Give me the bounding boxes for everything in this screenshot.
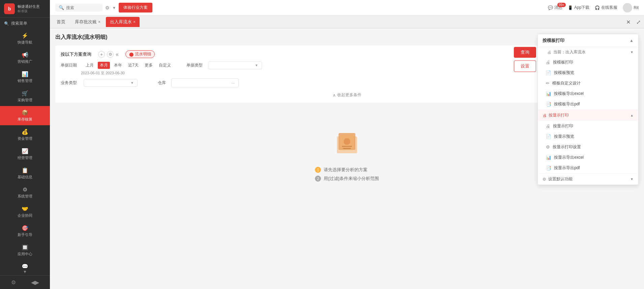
logo-text: 畅捷通好生意 [18,4,40,9]
sidebar-item-sales[interactable]: 📊 销售管理 [0,68,50,87]
template-design-item[interactable]: ✏ 模板自定义设计 [538,78,638,88]
dropdown-footer[interactable]: ⚙ 设置默认功能 ▼ [538,174,638,185]
tabbar: 首页 库存批次账 × 出入库流水 × ✕ ⤢ [50,16,644,28]
settings-btn[interactable]: 设置 [514,60,536,72]
message-icon: 💬 [548,5,553,10]
date-tab-this-month[interactable]: 本月 [98,62,110,69]
current-template-label: 当前：出入库流水 [553,49,586,55]
sidebar-item-system[interactable]: ⚙ 系统管理 [0,183,50,202]
message-group[interactable]: 💬 消息 99+ [548,5,562,10]
doc-type-dropdown[interactable]: ▼ [208,61,262,69]
collapse-sidebar-btn[interactable]: « [116,51,119,57]
sidebar-item-basic[interactable]: 📋 基础信息 [0,164,50,183]
warehouse-more-icon[interactable]: ··· [231,80,235,85]
settings-icon[interactable]: ⚙ [11,279,16,286]
sidebar-search[interactable]: 🔍 搜索菜单 [0,18,50,29]
marketing-icon: 📢 [22,52,28,58]
sidebar-item-purchase[interactable]: 🛒 采购管理 [0,87,50,106]
date-tab-last-month[interactable]: 上月 [84,62,96,69]
sidebar-item-operation[interactable]: 📈 经营管理 [0,144,50,164]
svg-rect-5 [343,148,351,149]
search-input[interactable] [66,5,100,10]
display-print-settings-item[interactable]: ⚙ 按显示打印设置 [538,142,638,152]
tag-icon: ⬤ [129,52,134,57]
date-tab-more[interactable]: 更多 [143,62,155,69]
date-tab-custom[interactable]: 自定义 [157,62,173,69]
tab-home[interactable]: 首页 [53,17,69,27]
apps-icon: 🔲 [22,244,28,251]
add-filter-btn[interactable]: + [98,51,105,58]
template-export-excel-item[interactable]: 📊 按模板导出excel [538,88,638,99]
empty-illustration [330,126,364,160]
sidebar-item-guide[interactable]: 🎯 新手引导 [0,221,50,241]
biz-type-dropdown[interactable]: ▼ [84,79,138,87]
display-excel-icon: 📊 [546,155,551,160]
sidebar-item-label: 快捷导航 [18,40,32,45]
sidebar-item-apps[interactable]: 🔲 应用中心 [0,241,50,260]
footer-settings-icon: ⚙ [543,177,546,182]
sidebar-item-enterprise[interactable]: 🤝 企业协同 [0,202,50,221]
display-print-item[interactable]: 🖨 按显示打印 [538,121,638,131]
tab-flow-close[interactable]: × [133,20,136,24]
svg-point-3 [344,138,350,145]
display-export-pdf-item[interactable]: 📑 按显示导出pdf [538,163,638,173]
gear-icon[interactable]: ⚙ [105,5,110,10]
sidebar-item-quick-nav[interactable]: ⚡ 快捷导航 [0,29,50,48]
sidebar-item-label: 销售管理 [18,78,32,83]
tab-batch-close[interactable]: × [98,20,100,24]
online-service-label: 在线客服 [601,5,617,10]
date-filter-label: 单据日期 [61,62,77,68]
inventory-icon: 📦 [22,109,28,116]
message-badge: 99+ [557,3,566,7]
sidebar: b 畅捷通好生意 标准版 🔍 搜索菜单 ⚡ 快捷导航 📢 营销推广 📊 销售管理… [0,0,50,289]
tab-batch[interactable]: 库存批次账 × [71,17,105,27]
topbar-search-box[interactable]: 🔍 [55,4,103,11]
display-section-chevron[interactable]: ▲ [630,113,634,117]
tab-flow[interactable]: 出入库流水 × [106,17,140,27]
date-tab-this-year[interactable]: 本年 [112,62,124,69]
online-service-group[interactable]: 🎧 在线客服 [595,5,617,10]
phone-icon: 📱 [568,5,573,10]
wechat-icon: 💬 [22,263,28,268]
topbar-dropdown-arrow[interactable]: ▼ [112,6,116,10]
collapse-more-btn[interactable]: ∧ 收起更多条件 [333,92,361,98]
date-tab-7days[interactable]: 近7天 [126,62,141,69]
app-download-group[interactable]: 📱 App下载 [568,5,589,10]
sidebar-item-label: 采购管理 [18,98,32,103]
headset-icon: 🎧 [595,5,600,10]
display-export-excel-item[interactable]: 📊 按显示导出excel [538,152,638,163]
sidebar-item-finance[interactable]: 💰 资金管理 [0,125,50,144]
biz-type-arrow-icon: ▼ [130,81,134,85]
warehouse-dropdown[interactable]: ··· [171,78,239,87]
printer-small-icon: 🖨 [547,50,551,55]
dropdown-header-chevron[interactable]: ▲ [630,38,634,43]
set-filter-btn[interactable]: ⚙ [107,51,114,58]
panel-expand-icon[interactable]: ⤢ [636,19,641,25]
industry-btn[interactable]: 体验行业方案 [119,3,152,12]
sidebar-item-wechat[interactable]: 💬 企业微信 [0,260,50,268]
display-section-header[interactable]: 🖨 按显示打印 ▲ [538,110,638,121]
template-print-item[interactable]: 🖨 按模板打印 [538,57,638,68]
scroll-indicator[interactable]: ▼ [0,268,50,275]
scroll-down-icon[interactable]: ▼ [23,269,27,274]
display-pdf-icon: 📑 [546,165,551,170]
system-icon: ⚙ [23,186,27,193]
display-section-label: 按显示打印 [549,112,569,118]
collapse-icon: ∧ [333,93,336,98]
user-group[interactable]: Rit [623,3,639,12]
display-settings-label: 按显示打印设置 [553,144,581,150]
display-section-icon: 🖨 [543,113,547,118]
display-section: 🖨 按显示打印 ▲ 🖨 按显示打印 📄 按显示预览 ⚙ 按显示打印设置 📊 按显… [538,110,638,174]
collapse-icon[interactable]: ◀▶ [31,279,39,286]
footer-chevron[interactable]: ▼ [630,177,634,181]
query-btn[interactable]: 查询 [514,47,536,58]
sidebar-item-inventory[interactable]: 📦 库存核算 [0,106,50,125]
panel-close-icon[interactable]: ✕ [626,19,631,25]
display-preview-item[interactable]: 📄 按显示预览 [538,131,638,142]
section-expand-icon[interactable]: ▼ [630,50,634,54]
template-export-pdf-item[interactable]: 📑 按模板导出pdf [538,99,638,109]
filter-section-label: 按以下方案查询 [61,51,91,57]
sidebar-item-marketing[interactable]: 📢 营销推广 [0,48,50,68]
sidebar-item-label: 库存核算 [18,117,32,122]
template-preview-item[interactable]: 📄 按模板预览 [538,68,638,78]
